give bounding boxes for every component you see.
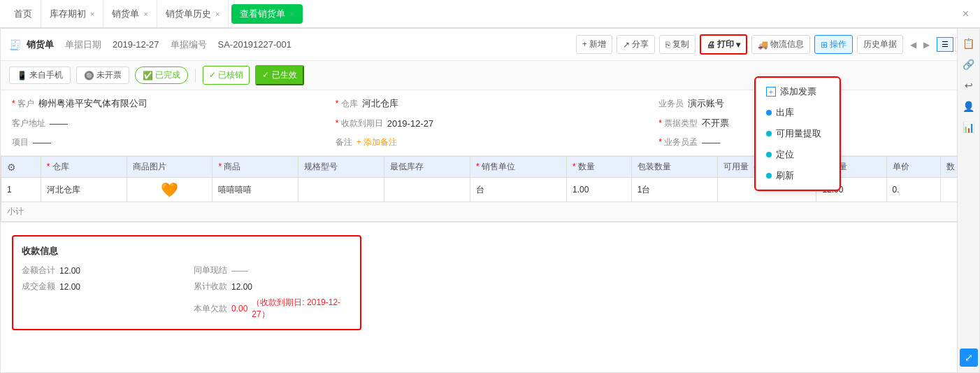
main-content: 🧾 销货单 单据日期 2019-12-27 单据编号 SA-20191227-0… [0, 28, 980, 373]
tab-inventory[interactable]: 库存期初 × [41, 0, 103, 27]
th-image: 商品图片 [127, 157, 212, 178]
close-all-tabs[interactable]: × [957, 8, 974, 20]
sidebar-expand-icon[interactable]: ⤢ [960, 349, 978, 367]
same-order-value: —— [231, 266, 248, 276]
history-button[interactable]: 历史单据 [857, 35, 903, 54]
logistics-icon: 🚚 [758, 40, 768, 50]
complete-button[interactable]: ✅ 已完成 [135, 66, 188, 84]
sidebar-chart-icon[interactable]: 📊 [960, 118, 978, 136]
sidebar-link-icon[interactable]: 🔗 [960, 55, 978, 73]
th-gear[interactable]: ⚙ [1, 157, 41, 178]
doc-title-area: 🧾 销货单 [9, 38, 54, 51]
no-value: SA-20191227-001 [218, 39, 292, 50]
owe-row: 本单欠款 0.00 （收款到期日: 2019-12-27） [194, 297, 352, 321]
list-view-button[interactable]: ☰ [937, 37, 953, 52]
cell-unit: 台 [470, 178, 567, 202]
doc-icon: 🧾 [9, 39, 21, 50]
canceled-button[interactable]: ✓ 已核销 [203, 66, 250, 85]
staff2-value: —— [702, 137, 720, 148]
invoice-icon: + [766, 87, 776, 97]
customer-label: 客户 [12, 98, 34, 110]
sidebar-doc-icon[interactable]: 📋 [960, 34, 978, 52]
th-min-stock: 最低库存 [384, 157, 470, 178]
refresh-dot-icon [766, 173, 772, 178]
dropdown-avail-extract[interactable]: 可用量提取 [756, 123, 839, 144]
tab-close-view-sales[interactable]: × [289, 10, 294, 18]
customer-row: 客户 柳州粤港平安气体有限公司 [12, 97, 322, 110]
doc-header: 🧾 销货单 单据日期 2019-12-27 单据编号 SA-20191227-0… [1, 29, 979, 61]
cumulative-row: 累计收款 12.00 [194, 281, 352, 293]
project-value: —— [33, 137, 51, 148]
th-pack: 包装数量 [631, 157, 717, 178]
cell-no: 1 [1, 178, 41, 202]
warehouse-label: 仓库 [336, 98, 358, 110]
deal-row: 成交金额 12.00 [22, 281, 180, 293]
avail-dot-icon [766, 131, 772, 136]
amount-value: 12.00 [59, 266, 80, 276]
dropdown-locate[interactable]: 定位 [756, 144, 839, 165]
mobile-icon: 📱 [17, 71, 27, 80]
tab-close-sales-history[interactable]: × [215, 10, 219, 18]
new-button[interactable]: + 新增 [576, 35, 612, 54]
settings-icon[interactable]: ⚙ [7, 162, 16, 173]
tab-home[interactable]: 首页 [6, 0, 41, 27]
sidebar-return-icon[interactable]: ↩ [960, 76, 978, 94]
address-row: 客户地址 —— [12, 117, 322, 129]
tab-sales-history[interactable]: 销货单历史 × [157, 0, 229, 27]
print-icon: 🖨 [707, 40, 715, 50]
amount-label: 金额合计 [22, 265, 55, 276]
divider-1 [195, 69, 196, 83]
tab-close-inventory[interactable]: × [90, 10, 94, 18]
product-image: 🧡 [161, 182, 178, 197]
payment-grid: 金额合计 12.00 同单现结 —— 成交金额 12.00 累计收款 12.00 [22, 265, 352, 321]
sidebar-user-icon[interactable]: 👤 [960, 97, 978, 115]
same-order-label: 同单现结 [194, 265, 227, 276]
payment-section: 收款信息 金额合计 12.00 同单现结 —— 成交金额 12.00 累计收款 … [12, 235, 361, 330]
print-dropdown-arrow[interactable]: ▾ [736, 40, 740, 50]
share-button[interactable]: ↗ 分享 [617, 35, 655, 54]
warehouse-value: 河北仓库 [362, 97, 398, 110]
copy-button[interactable]: ⎘ 复制 [659, 35, 696, 54]
warehouse-row: 仓库 河北仓库 [336, 97, 645, 110]
ticket-value: 不开票 [702, 117, 729, 129]
tab-bar: 首页 库存期初 × 销货单 × 销货单历史 × 查看销货单 × × [0, 0, 980, 28]
copy-icon: ⎘ [665, 40, 670, 50]
project-row: 项目 —— [12, 136, 322, 148]
effective-button[interactable]: ✓ 已生效 [255, 65, 303, 85]
print-button[interactable]: 🖨 打印 ▾ [700, 34, 747, 55]
remark-label: 备注 [336, 136, 352, 148]
cell-product: 嘻嘻嘻嘻 [212, 178, 298, 202]
tab-sales[interactable]: 销货单 × [103, 0, 157, 27]
th-product: 商品 [212, 157, 298, 178]
from-mobile-button[interactable]: 📱 来自手机 [9, 66, 71, 84]
dropdown-add-invoice[interactable]: + 添加发票 [756, 81, 839, 102]
subtotal-label: 小计 [1, 202, 979, 222]
th-qty: 数量 [567, 157, 632, 178]
th-price: 单价 [886, 157, 941, 178]
remark-row: 备注 + 添加备注 [336, 136, 645, 148]
payment-title: 收款信息 [22, 245, 352, 258]
project-label: 项目 [12, 136, 29, 148]
customer-value: 柳州粤港平安气体有限公司 [38, 97, 147, 110]
dropdown-refresh[interactable]: 刷新 [756, 165, 839, 186]
due-date-label: 收款到期日 [336, 118, 383, 129]
subtotal-row: 小计 [1, 202, 979, 222]
th-spec: 规格型号 [298, 157, 384, 178]
logistics-button[interactable]: 🚚 物流信息 [751, 35, 810, 54]
check-icon: ✅ [143, 71, 153, 80]
operation-dropdown: + 添加发票 出库 可用量提取 定位 刷新 [756, 78, 840, 190]
dropdown-outbound[interactable]: 出库 [756, 102, 839, 123]
add-remark-button[interactable]: + 添加备注 [356, 136, 397, 148]
tab-view-sales[interactable]: 查看销货单 × [231, 4, 302, 24]
cell-qty: 1.00 [567, 178, 632, 202]
prev-arrow[interactable]: ◀ [907, 38, 919, 51]
due-date-value: 2019-12-27 [387, 118, 434, 129]
tab-close-sales[interactable]: × [143, 10, 147, 18]
operation-button[interactable]: ⊞ 操作 [814, 35, 853, 54]
deal-label: 成交金额 [22, 281, 55, 293]
next-arrow[interactable]: ▶ [921, 38, 932, 51]
due-date-row: 收款到期日 2019-12-27 [336, 117, 645, 129]
no-label: 单据编号 [171, 38, 207, 51]
not-open-button[interactable]: 🔘 未开票 [76, 66, 129, 84]
cancel-check-icon: ✓ [209, 70, 216, 80]
